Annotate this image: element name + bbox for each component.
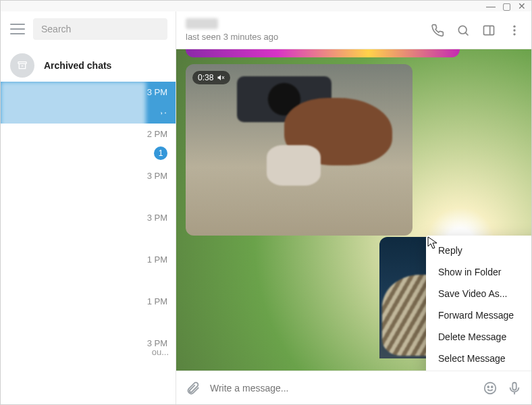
svg-point-4 [513, 29, 515, 31]
svg-point-3 [513, 25, 515, 27]
chat-preview-text: ou... [152, 347, 169, 357]
more-icon[interactable] [507, 23, 522, 38]
context-menu-delete[interactable]: Delete Message [426, 326, 531, 348]
chat-status: last seen 3 minutes ago [186, 32, 419, 42]
context-menu: Reply Show in Folder Save Video As... Fo… [426, 236, 531, 371]
context-menu-forward[interactable]: Forward Message [426, 304, 531, 326]
archive-icon [10, 53, 34, 78]
search-input[interactable]: Search [33, 18, 167, 40]
message-input[interactable] [210, 383, 473, 394]
context-menu-select[interactable]: Select Message [426, 348, 531, 369]
sidebar-toggle-icon[interactable] [481, 23, 496, 38]
svg-rect-9 [512, 382, 516, 389]
sidebar: Search Archived chats 3 PM 2 PM 1 [1, 11, 176, 404]
window-titlebar: — ▢ ✕ [1, 1, 531, 11]
chat-item[interactable]: 1 PM [1, 249, 176, 291]
emoji-icon[interactable] [483, 381, 498, 396]
chat-time: 3 PM [147, 171, 167, 181]
chat-time: 3 PM [147, 213, 167, 223]
video-message[interactable]: 0:38 [186, 64, 413, 236]
attach-icon[interactable] [186, 381, 201, 396]
unread-badge: 1 [154, 146, 167, 160]
menu-icon[interactable] [10, 24, 25, 34]
microphone-icon[interactable] [507, 381, 522, 396]
context-menu-reply[interactable]: Reply [426, 240, 531, 261]
svg-rect-0 [18, 62, 26, 64]
chat-pane: last seen 3 minutes ago [176, 11, 531, 404]
context-menu-show-in-folder[interactable]: Show in Folder [426, 261, 531, 283]
chat-item[interactable]: 3 PM [1, 82, 176, 124]
video-duration-badge: 0:38 [192, 71, 230, 84]
chat-item[interactable]: 2 PM 1 [1, 124, 176, 165]
chat-background: 0:38 Reply Show in Folder Save Video As.… [176, 49, 531, 371]
muted-icon [217, 74, 225, 82]
svg-point-7 [487, 386, 489, 387]
svg-point-8 [491, 386, 493, 387]
search-icon[interactable] [456, 23, 471, 38]
chat-time: 1 PM [147, 296, 167, 306]
app-window: — ▢ ✕ Search Archived chats 3 PM [0, 0, 532, 405]
svg-rect-2 [484, 26, 494, 34]
archived-chats-row[interactable]: Archived chats [1, 47, 176, 82]
svg-point-6 [485, 382, 496, 394]
call-icon[interactable] [430, 23, 445, 38]
chat-item[interactable]: 3 PM [1, 207, 176, 249]
chat-header: last seen 3 minutes ago [176, 11, 531, 49]
message-media-partial[interactable] [186, 49, 460, 57]
window-close-icon[interactable]: ✕ [518, 1, 526, 11]
chat-title-area[interactable]: last seen 3 minutes ago [186, 18, 419, 42]
chat-item[interactable]: 1 PM [1, 291, 176, 333]
chat-item[interactable]: 3 PM [1, 333, 176, 375]
chat-time: 1 PM [147, 254, 167, 265]
chat-item[interactable]: 3 PM [1, 165, 176, 207]
archived-chats-label: Archived chats [44, 60, 111, 71]
window-minimize-icon[interactable]: — [486, 1, 496, 11]
chat-time: 3 PM [147, 87, 167, 97]
window-maximize-icon[interactable]: ▢ [502, 1, 511, 11]
chat-list: 3 PM 2 PM 1 3 PM 3 PM 1 PM [1, 82, 176, 404]
context-menu-save-video-as[interactable]: Save Video As... [426, 283, 531, 304]
pin-icon [156, 105, 169, 119]
message-composer [176, 371, 531, 404]
svg-point-1 [458, 26, 467, 34]
svg-point-5 [513, 33, 515, 35]
chat-contact-name [186, 18, 218, 29]
chat-time: 2 PM [147, 129, 167, 139]
